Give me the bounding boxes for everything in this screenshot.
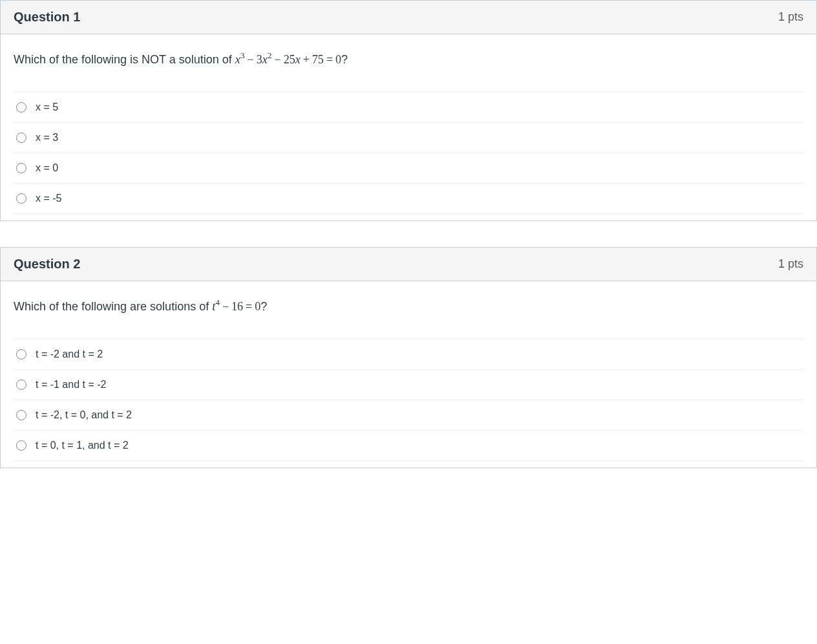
radio-icon[interactable]: [16, 102, 27, 113]
answer-option[interactable]: t = -1 and t = -2: [14, 369, 803, 400]
question-body: Which of the following is NOT a solution…: [1, 34, 816, 220]
question-header: Question 1 1 pts: [1, 1, 816, 34]
answer-list: t = -2 and t = 2 t = -1 and t = -2 t = -…: [14, 339, 803, 461]
answer-option[interactable]: x = -5: [14, 183, 803, 214]
answer-option[interactable]: x = 5: [14, 92, 803, 122]
question-title: Question 2: [14, 257, 80, 272]
question-card: Question 2 1 pts Which of the following …: [0, 247, 817, 468]
question-prompt: Which of the following is NOT a solution…: [14, 50, 803, 69]
prompt-math: t4−16=0?: [212, 300, 267, 313]
answer-label: x = 3: [36, 132, 58, 144]
prompt-text: Which of the following are solutions of: [14, 300, 212, 313]
radio-icon[interactable]: [16, 193, 27, 204]
question-card: Question 1 1 pts Which of the following …: [0, 0, 817, 221]
answer-label: x = 0: [36, 162, 58, 174]
question-header: Question 2 1 pts: [1, 248, 816, 281]
answer-label: t = -2 and t = 2: [36, 349, 103, 360]
answer-option[interactable]: t = -2, t = 0, and t = 2: [14, 400, 803, 430]
question-title: Question 1: [14, 10, 80, 25]
question-prompt: Which of the following are solutions of …: [14, 297, 803, 316]
question-body: Which of the following are solutions of …: [1, 281, 816, 467]
radio-icon[interactable]: [16, 133, 27, 143]
answer-label: x = 5: [36, 102, 58, 113]
radio-icon[interactable]: [16, 410, 27, 420]
question-points: 1 pts: [778, 257, 803, 271]
question-points: 1 pts: [778, 10, 803, 24]
radio-icon[interactable]: [16, 349, 27, 360]
answer-label: t = -1 and t = -2: [36, 379, 106, 391]
answer-label: x = -5: [36, 193, 61, 204]
radio-icon[interactable]: [16, 440, 27, 451]
radio-icon[interactable]: [16, 163, 27, 173]
prompt-math: x3−3x2−25x+75=0?: [235, 53, 348, 66]
answer-option[interactable]: x = 0: [14, 153, 803, 183]
answer-option[interactable]: t = -2 and t = 2: [14, 339, 803, 369]
answer-option[interactable]: t = 0, t = 1, and t = 2: [14, 430, 803, 461]
answer-option[interactable]: x = 3: [14, 122, 803, 153]
radio-icon[interactable]: [16, 380, 27, 390]
prompt-text: Which of the following is NOT a solution…: [14, 53, 235, 66]
answer-label: t = -2, t = 0, and t = 2: [36, 409, 132, 421]
answer-list: x = 5 x = 3 x = 0 x = -5: [14, 92, 803, 214]
answer-label: t = 0, t = 1, and t = 2: [36, 440, 129, 451]
